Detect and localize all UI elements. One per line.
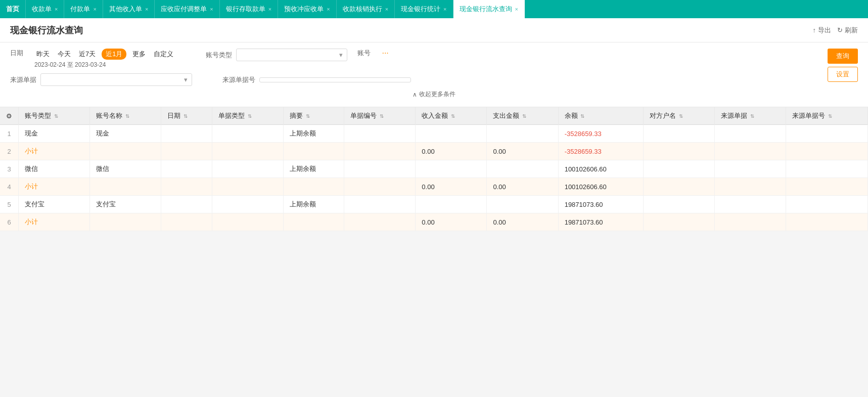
close-icon[interactable]: × <box>515 6 518 12</box>
top-nav: 首页 收款单 × 付款单 × 其他收入单 × 应收应付调整单 × 银行存取款单 … <box>0 0 868 18</box>
cell-counterparty <box>644 196 715 213</box>
cell-income <box>416 125 487 143</box>
close-icon[interactable]: × <box>385 6 388 12</box>
cell-date <box>161 125 212 143</box>
col-doc-number[interactable]: 单据编号 ⇅ <box>344 107 416 125</box>
close-icon[interactable]: × <box>443 6 446 12</box>
sort-icon: ⇅ <box>679 113 683 119</box>
nav-tab-shoukuandan[interactable]: 收款单 × <box>26 0 64 18</box>
cell-account-name: 微信 <box>90 160 161 178</box>
close-icon[interactable]: × <box>93 6 96 12</box>
close-icon[interactable]: × <box>268 6 271 12</box>
date-more[interactable]: 更多 <box>130 49 148 60</box>
more-options-icon[interactable]: ··· <box>382 49 388 58</box>
cell-date <box>161 143 212 160</box>
cell-income: 0.00 <box>416 143 487 160</box>
close-icon[interactable]: × <box>327 6 330 12</box>
col-source-doc[interactable]: 来源单据 ⇅ <box>715 107 786 125</box>
col-label: 日期 <box>167 112 180 119</box>
gear-column-header[interactable]: ⚙ <box>0 107 19 125</box>
account-type-select[interactable]: ▾ <box>236 49 347 61</box>
nav-tab-cashflow[interactable]: 现金银行流水查询 × <box>453 0 525 18</box>
export-button[interactable]: ↑ 导出 <box>813 26 832 35</box>
col-date[interactable]: 日期 ⇅ <box>161 107 212 125</box>
col-income[interactable]: 收入金额 ⇅ <box>416 107 487 125</box>
date-custom[interactable]: 自定义 <box>152 49 175 60</box>
sort-icon: ⇅ <box>828 113 832 119</box>
col-balance[interactable]: 余额 ⇅ <box>558 107 643 125</box>
close-icon[interactable]: × <box>145 6 148 12</box>
close-icon[interactable]: × <box>55 6 58 12</box>
col-label: 收入金额 <box>422 112 448 119</box>
nav-tab-label: 现金银行统计 <box>401 5 440 14</box>
date-7days[interactable]: 近7天 <box>77 49 98 60</box>
source-filter-row: 来源单据 ▾ 来源单据号 <box>10 73 817 86</box>
col-expense[interactable]: 支出金额 ⇅ <box>487 107 558 125</box>
col-account-name[interactable]: 账号名称 ⇅ <box>90 107 161 125</box>
nav-tab-bank-deposit[interactable]: 银行存取款单 × <box>220 0 278 18</box>
source-doc-select[interactable]: ▾ <box>40 73 192 86</box>
cell-account-name <box>90 143 161 160</box>
date-range-display: 2023-02-24 至 2023-03-24 <box>34 61 175 69</box>
collapse-bar[interactable]: ∧ 收起更多条件 <box>10 88 858 101</box>
row-number: 4 <box>0 178 19 196</box>
table-header-row: ⚙ 账号类型 ⇅ 账号名称 ⇅ 日期 ⇅ 单据类型 ⇅ 摘 <box>0 107 868 125</box>
cell-source-doc-num <box>786 160 868 178</box>
col-account-type[interactable]: 账号类型 ⇅ <box>19 107 90 125</box>
date-1month[interactable]: 近1月 <box>102 49 126 60</box>
close-icon[interactable]: × <box>210 6 213 12</box>
cell-summary <box>284 143 344 160</box>
sort-icon: ⇅ <box>125 113 129 119</box>
nav-tab-collection[interactable]: 收款核销执行 × <box>337 0 395 18</box>
nav-tab-prepay[interactable]: 预收冲应收单 × <box>278 0 336 18</box>
nav-tab-stats[interactable]: 现金银行统计 × <box>395 0 453 18</box>
date-today[interactable]: 今天 <box>56 49 73 60</box>
cell-counterparty <box>644 125 715 143</box>
cell-account-name <box>90 213 161 231</box>
nav-tab-label: 现金银行流水查询 <box>460 5 512 14</box>
settings-button[interactable]: 设置 <box>828 67 858 82</box>
cell-account-name <box>90 178 161 196</box>
nav-tab-adjustment[interactable]: 应收应付调整单 × <box>155 0 219 18</box>
nav-tab-label: 其他收入单 <box>109 5 142 14</box>
cell-account-type: 支付宝 <box>19 196 90 213</box>
export-icon: ↑ <box>813 26 816 34</box>
cell-income: 0.00 <box>416 213 487 231</box>
col-label: 来源单据 <box>721 112 747 119</box>
nav-tab-other-income[interactable]: 其他收入单 × <box>103 0 155 18</box>
cell-source-doc <box>715 125 786 143</box>
date-options: 昨天 今天 近7天 近1月 更多 自定义 <box>34 49 175 60</box>
query-button[interactable]: 查询 <box>828 49 858 64</box>
cell-income: 0.00 <box>416 178 487 196</box>
collapse-label: 收起更多条件 <box>419 90 455 99</box>
cell-expense: 0.00 <box>487 213 558 231</box>
cell-doc-type <box>212 143 284 160</box>
sort-icon: ⇅ <box>522 113 526 119</box>
cell-expense <box>487 196 558 213</box>
nav-home[interactable]: 首页 <box>0 0 26 18</box>
col-source-doc-num[interactable]: 来源单据号 ⇅ <box>786 107 868 125</box>
refresh-button[interactable]: ↻ 刷新 <box>837 26 858 35</box>
chevron-down-icon: ▾ <box>339 51 343 59</box>
sort-icon: ⇅ <box>750 113 754 119</box>
header-actions: ↑ 导出 ↻ 刷新 <box>813 26 858 35</box>
table-wrapper: ⚙ 账号类型 ⇅ 账号名称 ⇅ 日期 ⇅ 单据类型 ⇅ 摘 <box>0 107 868 231</box>
table-row: 5 支付宝 支付宝 上期余额 19871073.60 <box>0 196 868 213</box>
col-summary[interactable]: 摘要 ⇅ <box>284 107 344 125</box>
cell-summary <box>284 178 344 196</box>
cell-source-doc-num <box>786 178 868 196</box>
date-yesterday[interactable]: 昨天 <box>34 49 52 60</box>
cell-doc-number <box>344 143 416 160</box>
col-label: 余额 <box>565 112 578 119</box>
col-counterparty[interactable]: 对方户名 ⇅ <box>644 107 715 125</box>
export-label: 导出 <box>818 26 831 35</box>
source-doc-num-input[interactable] <box>259 77 411 82</box>
cell-doc-number <box>344 213 416 231</box>
nav-tab-label: 收款单 <box>32 5 52 14</box>
cell-doc-type <box>212 196 284 213</box>
cell-summary: 上期余额 <box>284 125 344 143</box>
nav-tab-fukuandan[interactable]: 付款单 × <box>64 0 103 18</box>
col-label: 单据编号 <box>350 112 377 119</box>
cell-counterparty <box>644 160 715 178</box>
col-doc-type[interactable]: 单据类型 ⇅ <box>212 107 284 125</box>
